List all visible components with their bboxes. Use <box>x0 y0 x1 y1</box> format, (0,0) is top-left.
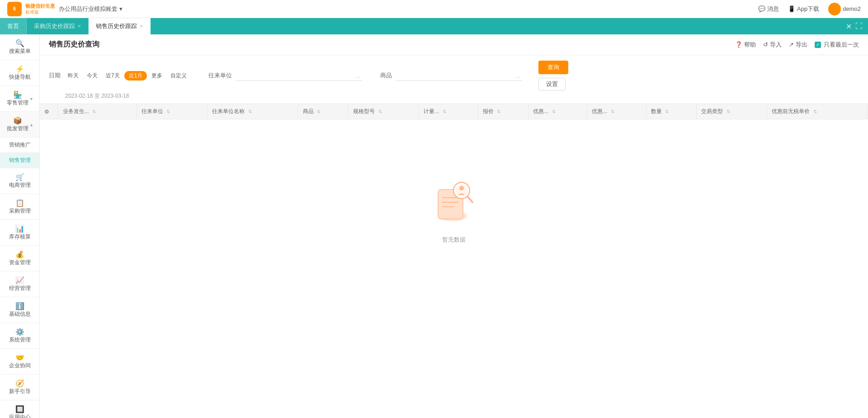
table-container: ⚙ 业务发生... ⇅ 往来单位 ⇅ 往来单位名称 ⇅ <box>40 104 868 418</box>
main-layout: 🔍 搜索菜单 ⚡ 快捷导航 🏪 零售管理 ▾ 📦 批发管理 ▴ 营销推广 销售管… <box>0 34 868 418</box>
th-quote[interactable]: 报价 ⇅ <box>478 104 528 119</box>
empty-state-svg <box>429 176 479 226</box>
sidebar-item-marketing[interactable]: 营销推广 <box>0 138 39 153</box>
filter-row: 日期 昨天 今天 近7天 近1月 更多 自定义 往来单位 ... <box>49 61 859 90</box>
tab-home-label: 首页 <box>7 22 19 30</box>
cooperation-icon: 🤝 <box>2 353 38 362</box>
content-area: 销售历史价查询 ❓ 帮助 ↺ 导入 ↗ 导出 只看最后一次 <box>40 34 868 418</box>
sidebar-item-ecommerce[interactable]: 🛒 电商管理 <box>0 168 39 194</box>
sidebar-item-basic-info[interactable]: ℹ️ 基础信息 <box>0 297 39 323</box>
date-range-display: 2023-02-18 至 2023-03-18 <box>65 92 859 100</box>
th-trade-type[interactable]: 交易类型 ⇅ <box>697 104 767 119</box>
export-button[interactable]: ↗ 导出 <box>789 41 807 49</box>
sidebar-item-operation[interactable]: 📈 经营管理 <box>0 271 39 297</box>
app-logo: 6 <box>7 2 22 16</box>
th-discount2[interactable]: 优惠... ⇅ <box>587 104 646 119</box>
sort-icon-discount1: ⇅ <box>552 109 556 114</box>
tab-home[interactable]: 首页 <box>0 18 27 34</box>
close-all-tabs-button[interactable]: ✕ <box>846 22 852 31</box>
maximize-button[interactable]: ⛶ <box>855 22 863 30</box>
tab-sales-history[interactable]: 销售历史价跟踪 × <box>89 18 151 34</box>
sidebar-item-apps[interactable]: 🔲 应用中心 <box>0 400 39 418</box>
tab-bar: 首页 采购历史价跟踪 × 销售历史价跟踪 × ✕ ⛶ <box>0 18 868 34</box>
import-button[interactable]: ↺ 导入 <box>763 41 782 49</box>
guide-icon: 🧭 <box>2 379 38 388</box>
th-spec[interactable]: 规格型号 ⇅ <box>349 104 419 119</box>
import-icon: ↺ <box>763 41 768 48</box>
top-bar-left: 6 畅捷信好生意 标准版 办公用品行业模拟账套 ▾ <box>7 2 123 16</box>
only-last-checkbox-group[interactable]: 只看最后一次 <box>815 41 859 49</box>
basic-info-icon: ℹ️ <box>2 302 38 310</box>
th-product[interactable]: 商品 ⇅ <box>298 104 349 119</box>
wholesale-icon: 📦 <box>13 116 22 125</box>
date-btn-today[interactable]: 今天 <box>83 71 101 81</box>
chevron-up-icon-wholesale: ▴ <box>30 122 33 127</box>
query-button[interactable]: 查询 <box>538 61 568 74</box>
filter-bar: 日期 昨天 今天 近7天 近1月 更多 自定义 往来单位 ... <box>40 55 868 104</box>
date-btn-1month[interactable]: 近1月 <box>124 71 147 81</box>
apps-icon: 🔲 <box>2 405 38 413</box>
th-biz-date[interactable]: 业务发生... ⇅ <box>58 104 137 119</box>
sidebar-item-search[interactable]: 🔍 搜索菜单 <box>0 34 39 60</box>
tab-sales-history-close[interactable]: × <box>140 23 143 29</box>
sidebar-item-cooperation[interactable]: 🤝 企业协同 <box>0 349 39 375</box>
sort-icon-unit: ⇅ <box>443 109 446 114</box>
user-avatar[interactable]: demo2 <box>828 3 861 15</box>
top-bar-right: 💬 消息 📱 App下载 demo2 <box>758 3 861 15</box>
sort-icon-quote: ⇅ <box>497 109 500 114</box>
sort-icon-spec: ⇅ <box>378 109 382 114</box>
th-unit[interactable]: 计量... ⇅ <box>419 104 478 119</box>
date-options: 昨天 今天 近7天 近1月 更多 自定义 <box>64 71 190 81</box>
date-btn-custom[interactable]: 自定义 <box>167 71 190 81</box>
date-btn-7days[interactable]: 近7天 <box>102 71 123 81</box>
only-last-checkbox[interactable] <box>815 42 821 48</box>
ecommerce-icon: 🛒 <box>2 173 38 181</box>
product-dots[interactable]: ... <box>514 71 520 80</box>
th-pretax-price[interactable]: 优惠前无税单价 ⇅ <box>767 104 868 119</box>
th-counterparty-name[interactable]: 往来单位名称 ⇅ <box>208 104 298 119</box>
th-discount1[interactable]: 优惠... ⇅ <box>528 104 587 119</box>
sidebar-item-finance[interactable]: 💰 资金管理 <box>0 246 39 271</box>
sidebar-item-quick-nav[interactable]: ⚡ 快捷导航 <box>0 60 39 86</box>
inventory-icon: 📊 <box>2 224 38 233</box>
date-filter-group: 日期 昨天 今天 近7天 近1月 更多 自定义 <box>49 71 190 81</box>
sidebar-item-sales-mgmt[interactable]: 销售管理 <box>0 153 39 168</box>
counterparty-filter-label: 往来单位 <box>208 71 232 80</box>
operation-icon: 📈 <box>2 276 38 285</box>
help-button[interactable]: ❓ 帮助 <box>735 41 756 49</box>
finance-icon: 💰 <box>2 250 38 259</box>
svg-point-9 <box>459 186 464 190</box>
counterparty-input[interactable] <box>237 72 353 79</box>
sidebar-item-system[interactable]: ⚙️ 系统管理 <box>0 323 39 349</box>
message-icon: 💬 <box>758 5 765 12</box>
sidebar-item-wholesale[interactable]: 📦 批发管理 ▴ <box>0 112 39 138</box>
purchase-icon: 📋 <box>2 199 38 207</box>
th-counterparty-code[interactable]: 往来单位 ⇅ <box>137 104 208 119</box>
table-header: ⚙ 业务发生... ⇅ 往来单位 ⇅ 往来单位名称 ⇅ <box>40 104 868 119</box>
product-filter-label: 商品 <box>380 71 392 80</box>
counterparty-dots[interactable]: ... <box>354 71 360 80</box>
tab-purchase-history[interactable]: 采购历史价跟踪 × <box>27 18 89 34</box>
sidebar-item-purchase[interactable]: 📋 采购管理 <box>0 194 39 220</box>
app-download-button[interactable]: 📱 App下载 <box>788 5 819 13</box>
date-btn-more[interactable]: 更多 <box>148 71 166 81</box>
sort-icon-pretax-price: ⇅ <box>813 109 817 114</box>
sidebar-item-guide[interactable]: 🧭 新手引导 <box>0 375 39 400</box>
tab-purchase-history-close[interactable]: × <box>78 23 81 29</box>
settings-button[interactable]: 设置 <box>538 78 566 90</box>
settings-gear-icon[interactable]: ⚙ <box>44 109 49 115</box>
sidebar-item-retail[interactable]: 🏪 零售管理 ▾ <box>0 86 39 112</box>
product-filter-group: 商品 ... <box>380 71 522 81</box>
top-bar: 6 畅捷信好生意 标准版 办公用品行业模拟账套 ▾ 💬 消息 📱 App下载 d… <box>0 0 868 18</box>
sidebar-item-inventory[interactable]: 📊 库存核算 <box>0 220 39 246</box>
sort-icon-counterparty-name: ⇅ <box>248 109 252 114</box>
th-settings[interactable]: ⚙ <box>40 104 58 119</box>
sort-icon-biz-date: ⇅ <box>92 109 96 114</box>
product-input[interactable] <box>397 72 513 79</box>
date-btn-yesterday[interactable]: 昨天 <box>64 71 82 81</box>
message-button[interactable]: 💬 消息 <box>758 5 779 13</box>
workspace-selector[interactable]: 办公用品行业模拟账套 ▾ <box>59 5 123 13</box>
sort-icon-counterparty-code: ⇅ <box>166 109 170 114</box>
query-actions: 查询 设置 <box>538 61 568 90</box>
th-quantity[interactable]: 数量 ⇅ <box>646 104 697 119</box>
